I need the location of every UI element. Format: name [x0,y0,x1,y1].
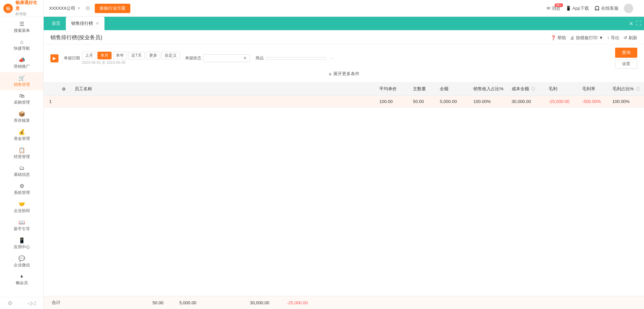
svg-text:畅: 畅 [6,6,10,11]
date-btn-custom[interactable]: 自定义 [162,52,180,59]
col-employee-name: 员工名称 [71,83,375,96]
filter-expand-row[interactable]: ∨ 展开更多条件 [50,69,637,79]
print-arrow-icon: ▼ [599,35,603,40]
company-settings-icon[interactable]: ⚙ [85,5,90,11]
sidebar-item-operation[interactable]: 📋 经营管理 [0,144,43,162]
export-button[interactable]: ↑ 导出 [607,35,620,41]
phone-icon: 📱 [566,6,571,11]
footer-amount: 5,000.00 [175,300,209,305]
tab-sales-rank[interactable]: 销售排行榜 ✕ [66,17,104,30]
help-label: 帮助 [557,35,566,41]
goods-input[interactable] [266,57,326,60]
sidebar-label-marketing: 营销推广 [14,64,30,69]
status-label: 单据状态 [185,55,201,61]
sidebar-label-inventory: 库存核算 [14,118,30,123]
more-filters-icon[interactable]: ··· [330,56,333,61]
finance-icon: 💰 [18,129,25,135]
sidebar-item-enterprise[interactable]: 🤝 企业协同 [0,198,43,216]
guide-icon: 📖 [18,219,25,225]
sidebar-settings-btn[interactable]: ⚙ [8,300,12,306]
quick-nav-icon: ⌂ [20,39,24,45]
tab-close-window-icon[interactable]: ✕ [629,20,633,27]
sidebar-item-apps[interactable]: 📱 应用中心 [0,235,43,253]
home-tab-label: 首页 [52,20,60,27]
headset-icon: 🎧 [594,6,600,11]
company-selector[interactable]: XXXXXX公司 ▼ [49,5,81,11]
date-label: 单据日期 [64,55,80,61]
sidebar-label-apps: 应用中心 [14,244,30,250]
cell-settings [57,96,71,108]
cell-cost: 30,000.00 [508,96,545,108]
sidebar-item-inventory[interactable]: 📦 库存核算 [0,108,43,126]
sidebar-item-search[interactable]: ☰ 搜索菜单 [0,18,43,36]
brand-name: 畅康通好生意 [15,0,41,11]
sidebar-label-enterprise: 企业协同 [14,208,30,214]
cell-rank: 1 [44,96,57,108]
cost-help-icon[interactable]: ⓘ [531,87,535,91]
query-button[interactable]: 查询 [615,48,637,58]
edition-label: 标准版 [15,11,41,16]
status-arrow-icon: ▼ [243,56,247,61]
sidebar: 畅 畅康通好生意 标准版 ☰ 搜索菜单 ⌂ 快捷导航 📣 营销推广 🛒 销售管理… [0,0,44,309]
cell-qty: 50.00 [409,96,436,108]
sidebar-item-guide[interactable]: 📖 新手引导 [0,216,43,235]
user-avatar[interactable] [624,4,633,13]
date-btn-prev-month[interactable]: 上月 [82,52,96,59]
status-select[interactable]: ▼ [203,54,250,62]
sidebar-label-wechat: 企业微信 [14,262,30,268]
sales-rank-tab-label: 销售排行榜 [71,20,93,27]
cell-gross-pct: 100.00% [608,96,644,108]
refresh-button[interactable]: ↺ 刷新 [624,35,637,41]
member-icon: ♦ [20,273,23,279]
template-print-button[interactable]: 🖨 按模板打印 ▼ [570,35,603,41]
message-button[interactable]: ✉ 消息 99+ [547,5,560,11]
sidebar-label-quick-nav: 快捷导航 [14,46,30,51]
print-icon: 🖨 [570,35,574,40]
table-header-row: ⚙ 员工名称 平均单价 主数量 全额 销售收入占比% 成本全额 ⓘ 毛利 毛利率… [44,83,644,96]
sidebar-label-guide: 新手引导 [14,226,30,232]
date-btn-curr-year[interactable]: 本年 [113,52,127,59]
date-btn-curr-month[interactable]: 本月 [97,52,112,59]
sidebar-item-finance[interactable]: 💰 资金管理 [0,126,43,144]
cell-name [71,96,375,108]
trial-button[interactable]: 体验行业方案 [95,4,130,13]
sidebar-label-search: 搜索菜单 [14,28,30,34]
sidebar-item-wechat[interactable]: 💬 企业微信 [0,253,43,271]
sales-icon: 🛒 [18,75,25,81]
wechat-icon: 💬 [18,255,25,262]
help-button[interactable]: ❓ 帮助 [551,35,566,41]
sidebar-item-marketing[interactable]: 📣 营销推广 [0,54,43,72]
filter-expand-arrow[interactable]: ▶ [50,54,58,62]
sidebar-label-basic: 基础信息 [14,172,30,177]
topbar: XXXXXX公司 ▼ ⚙ 体验行业方案 ✉ 消息 99+ 📱 App下载 🎧 在… [44,0,644,17]
col-cost: 成本全额 ⓘ [508,83,545,96]
tab-home[interactable]: 首页 [46,17,66,30]
sidebar-item-member[interactable]: ♦ 畅会员 [0,271,43,289]
date-btn-7days[interactable]: 近7天 [128,52,145,59]
sidebar-label-sales: 销售管理 [14,82,30,88]
col-settings-icon[interactable]: ⚙ [57,83,71,96]
topbar-actions: ✉ 消息 99+ 📱 App下载 🎧 在线客服 [547,4,639,13]
cell-avg-price: 100.00 [375,96,409,108]
sidebar-item-quick-nav[interactable]: ⌂ 快捷导航 [0,36,43,54]
goods-filter: 商品 ··· [256,55,333,61]
sidebar-item-purchase[interactable]: 🛍 采购管理 [0,90,43,108]
service-label: 在线客服 [601,5,618,11]
footer-qty: 50.00 [148,300,175,305]
gross-pct-help-icon[interactable]: ⓘ [636,87,640,91]
col-qty: 主数量 [409,83,436,96]
sidebar-collapse-btn[interactable]: ◁◁ [28,300,36,306]
sidebar-item-basic[interactable]: 🗂 基础信息 [0,162,43,180]
table-body: 1 100.00 50.00 5,000.00 100.00% 30,000.0… [44,96,644,108]
tab-close-icon[interactable]: ✕ [96,21,99,26]
sidebar-label-finance: 资金管理 [14,136,30,142]
sidebar-item-sales[interactable]: 🛒 销售管理 [0,72,43,90]
online-service-button[interactable]: 🎧 在线客服 [594,5,618,11]
inventory-icon: 📦 [18,111,25,117]
date-btn-more[interactable]: 更多 [146,52,160,59]
tab-maximize-icon[interactable]: ⛶ [636,20,641,27]
sidebar-item-system[interactable]: ⚙ 系统管理 [0,180,43,198]
app-download-button[interactable]: 📱 App下载 [566,5,589,11]
settings-button[interactable]: 设置 [615,59,637,69]
basic-icon: 🗂 [19,165,25,171]
